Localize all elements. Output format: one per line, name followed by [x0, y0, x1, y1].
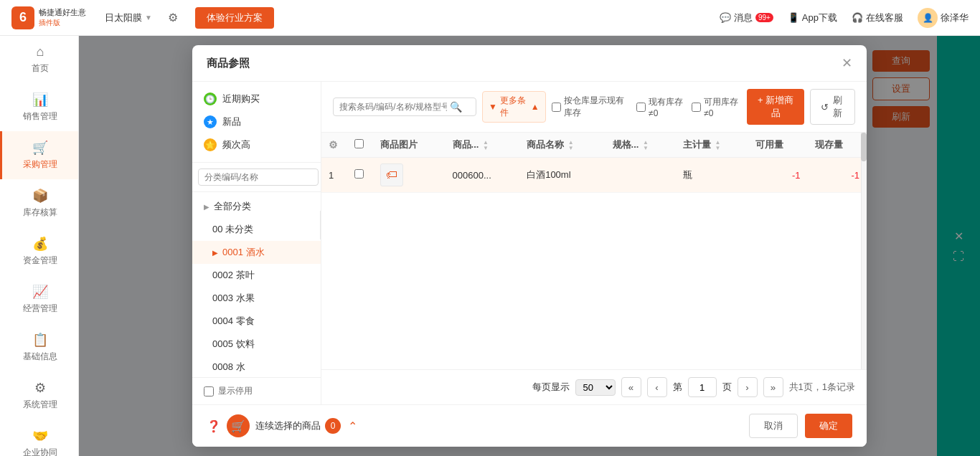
- row-stock: -1: [808, 158, 867, 193]
- modal-header: 商品参照 ✕: [192, 45, 867, 82]
- sort-unit-icon: ▲▼: [715, 140, 721, 151]
- available-checkbox[interactable]: [636, 103, 646, 112]
- usable-filter[interactable]: 可用库存≠0: [692, 96, 741, 118]
- quick-items: 🕒 近期购买 ★ 新品 ⭐ 频次高: [192, 82, 321, 163]
- help-icon[interactable]: ❓: [207, 419, 221, 433]
- sidebar-item-enterprise[interactable]: 🤝 企业协同: [0, 419, 78, 456]
- warehouse-filter[interactable]: 按仓库显示现有库存: [552, 95, 631, 119]
- last-page-button[interactable]: »: [763, 377, 783, 397]
- col-name[interactable]: 商品名称 ▲▼: [519, 133, 605, 158]
- headset-icon: 🎧: [852, 12, 863, 23]
- scrollbar[interactable]: [861, 133, 867, 369]
- sidebar-item-purchase[interactable]: 🛒 采购管理: [0, 131, 78, 179]
- table-settings-icon[interactable]: ⚙: [329, 139, 338, 151]
- sidebar-label-home: 首页: [32, 62, 49, 75]
- sidebar-item-sales[interactable]: 📊 销售管理: [0, 83, 78, 131]
- filter-button[interactable]: ▼ 更多条件 ▲: [482, 91, 546, 123]
- show-disabled-area: 显示停用: [192, 377, 321, 404]
- select-all-checkbox[interactable]: [354, 139, 364, 148]
- first-page-button[interactable]: «: [621, 377, 641, 397]
- row-available: -1: [748, 158, 807, 193]
- footer-collapse-icon[interactable]: ⌃: [348, 419, 357, 433]
- main-layout: ⌂ 首页 📊 销售管理 🛒 采购管理 📦 库存核算 💰 资金管理 📈 经营管理 …: [0, 36, 980, 456]
- confirm-button[interactable]: 确定: [805, 414, 852, 438]
- system-icon: ⚙: [34, 380, 46, 396]
- nav-selector[interactable]: 日太阳膜 ▼: [105, 11, 155, 24]
- quick-item-new[interactable]: ★ 新品: [192, 110, 321, 133]
- cat-item-tea[interactable]: 0002 茶叶: [192, 264, 321, 287]
- scroll-thumb[interactable]: [861, 133, 867, 161]
- sidebar-item-finance[interactable]: 💰 资金管理: [0, 227, 78, 275]
- nav-arrow-icon: ▼: [145, 14, 152, 22]
- refresh-icon: ↺: [821, 102, 829, 113]
- prev-page-button[interactable]: ‹: [647, 377, 667, 397]
- settings-icon[interactable]: ⚙: [162, 7, 184, 29]
- row-checkbox[interactable]: [354, 169, 364, 179]
- logo-area: 6 畅捷通好生意 插件版: [11, 6, 90, 29]
- cat-item-unclassified[interactable]: 00 未分类: [192, 218, 321, 241]
- refresh-button[interactable]: ↺ 刷新: [810, 89, 855, 125]
- sidebar-label-inventory: 库存核算: [23, 206, 57, 219]
- page-number-input[interactable]: [688, 377, 717, 397]
- sidebar-item-operations[interactable]: 📈 经营管理: [0, 275, 78, 323]
- col-available: 可用量: [748, 133, 807, 158]
- cat-item-beverage[interactable]: 0005 饮料: [192, 333, 321, 356]
- messages-badge: 99+: [755, 13, 773, 22]
- available-filter[interactable]: 现有库存≠0: [636, 96, 686, 118]
- operations-icon: 📈: [32, 284, 48, 300]
- cart-button[interactable]: 🛒: [227, 414, 250, 437]
- sort-code-icon: ▲▼: [483, 140, 489, 151]
- quick-item-frequent[interactable]: ⭐ 频次高: [192, 133, 321, 156]
- cat-item-fruit[interactable]: 0003 水果: [192, 287, 321, 310]
- app-download-item[interactable]: 📱 App下载: [788, 11, 837, 24]
- search-wrap: 🔍: [333, 98, 476, 116]
- col-spec[interactable]: 规格... ▲▼: [606, 133, 676, 158]
- modal: 商品参照 ✕ 🕒 近期购买 ★: [192, 45, 867, 447]
- selected-count-badge: 0: [325, 418, 341, 434]
- category-search-input[interactable]: [198, 168, 319, 186]
- cat-item-all[interactable]: ▶ 全部分类: [192, 195, 321, 218]
- cancel-button[interactable]: 取消: [749, 414, 798, 438]
- trial-button[interactable]: 体验行业方案: [195, 7, 274, 29]
- row-checkbox-cell[interactable]: [347, 158, 373, 193]
- sort-name-icon: ▲▼: [568, 140, 574, 151]
- category-panel: 🕒 近期购买 ★ 新品 ⭐ 频次高: [192, 82, 321, 404]
- sidebar-item-inventory[interactable]: 📦 库存核算: [0, 179, 78, 227]
- next-page-button[interactable]: ›: [738, 377, 758, 397]
- freq-icon: ⭐: [204, 138, 217, 151]
- table-header-row: ⚙ 商品图片: [321, 133, 867, 158]
- table-row[interactable]: 1 🏷: [321, 158, 867, 193]
- message-icon: 💬: [720, 12, 731, 23]
- show-disabled-checkbox[interactable]: [204, 386, 214, 396]
- row-index: 1: [321, 158, 347, 193]
- search-icon[interactable]: 🔍: [450, 101, 462, 113]
- logo-title: 畅捷通好生意: [39, 7, 86, 17]
- sales-icon: 📊: [32, 92, 48, 108]
- sidebar-item-system[interactable]: ⚙ 系统管理: [0, 371, 78, 419]
- new-icon: ★: [204, 115, 217, 128]
- sidebar-label-enterprise: 企业协同: [23, 447, 57, 456]
- modal-close-button[interactable]: ✕: [842, 55, 852, 71]
- messages-item[interactable]: 💬 消息 99+: [720, 11, 773, 24]
- col-code[interactable]: 商品... ▲▼: [446, 133, 520, 158]
- sidebar-label-purchase: 采购管理: [23, 158, 57, 171]
- warehouse-checkbox[interactable]: [552, 103, 561, 112]
- cat-item-liquor[interactable]: ▶ 0001 酒水: [192, 241, 321, 264]
- pagination: 每页显示 50 10 20 100 « ‹ 第 页: [321, 369, 867, 404]
- toolbar: 🔍 ▼ 更多条件 ▲ 按仓库显示现有库存: [321, 82, 867, 133]
- user-area[interactable]: 👤 徐泽华: [918, 8, 969, 28]
- add-product-button[interactable]: + 新增商品: [747, 89, 804, 125]
- usable-checkbox[interactable]: [692, 103, 701, 112]
- per-page-select[interactable]: 50 10 20 100: [575, 379, 616, 396]
- sidebar-item-home[interactable]: ⌂ 首页: [0, 36, 78, 83]
- cat-item-water[interactable]: 0008 水: [192, 356, 321, 377]
- cat-item-snack[interactable]: 0004 零食: [192, 310, 321, 333]
- col-unit[interactable]: 主计量 ▲▼: [676, 133, 748, 158]
- sidebar-item-basic-info[interactable]: 📋 基础信息: [0, 323, 78, 371]
- sidebar-label-sales: 销售管理: [23, 110, 57, 123]
- online-service-item[interactable]: 🎧 在线客服: [852, 11, 903, 24]
- product-search-input[interactable]: [339, 102, 447, 112]
- recent-icon: 🕒: [204, 92, 217, 105]
- purchase-icon: 🛒: [32, 140, 48, 156]
- quick-item-recent[interactable]: 🕒 近期购买: [192, 87, 321, 110]
